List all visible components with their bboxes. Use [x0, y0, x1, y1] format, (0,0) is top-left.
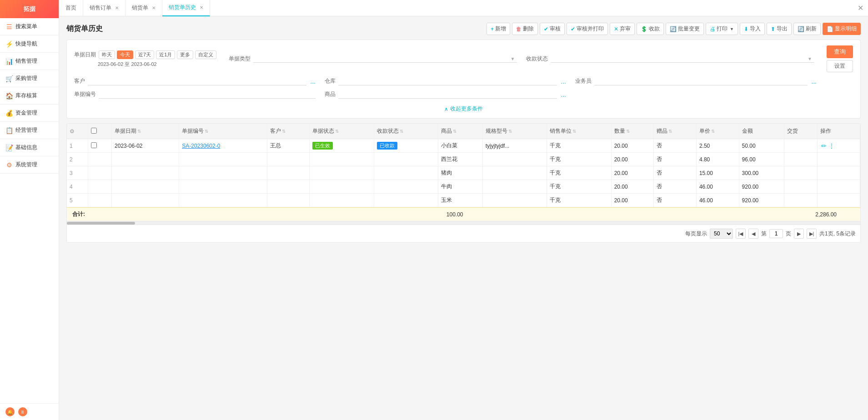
doc-type-filter: 单据类型 ▼ — [229, 55, 517, 63]
sidebar-item-basic-info[interactable]: 📝 基础信息 — [0, 139, 59, 156]
next-page-button[interactable]: ▶ — [794, 229, 804, 239]
th-doc_no[interactable]: 单据编号⇅ — [179, 124, 267, 139]
tab-close-sales-order[interactable]: ✕ — [115, 5, 119, 10]
doc-type-select[interactable]: ▼ — [253, 55, 517, 63]
customer-input[interactable] — [88, 77, 306, 85]
toolbar-audit-print-button[interactable]: ✔审核并打印 — [567, 23, 608, 35]
customer-picker[interactable]: ... — [310, 78, 316, 85]
row-checkbox-0[interactable] — [91, 142, 97, 148]
date-btn-0[interactable]: 昨天 — [99, 50, 115, 59]
date-btn-2[interactable]: 近7天 — [135, 50, 154, 59]
system-mgmt-icon: ⚙ — [5, 161, 13, 169]
toolbar-collect-button[interactable]: 💲收款 — [637, 23, 664, 35]
th-doc_date[interactable]: 单据日期⇅ — [112, 124, 179, 139]
date-btn-3[interactable]: 近1月 — [156, 50, 175, 59]
query-button[interactable]: 查询 — [827, 45, 853, 58]
th-payment_status[interactable]: 收款状态⇅ — [374, 124, 438, 139]
scrollbar-thumb[interactable] — [67, 222, 135, 225]
toolbar-delete-button[interactable]: 🗑删除 — [512, 23, 538, 35]
sidebar-item-sales-mgmt[interactable]: 📊 销售管理 — [0, 53, 59, 70]
page-unit: 页 — [786, 230, 791, 238]
warehouse-picker[interactable]: ... — [561, 78, 566, 85]
audit-label: 审核 — [550, 25, 561, 33]
audit-print-label: 审核并打印 — [577, 25, 604, 33]
goods-1: 西兰花 — [441, 156, 457, 162]
select-all-checkbox[interactable] — [91, 128, 97, 134]
th-doc_status[interactable]: 单据状态⇅ — [310, 124, 374, 139]
customer-0: 王总 — [270, 142, 281, 149]
toolbar-discard-button[interactable]: ✕弃审 — [610, 23, 635, 35]
th-spec[interactable]: 规格型号⇅ — [482, 124, 547, 139]
set-button[interactable]: 设置 — [827, 60, 853, 72]
td-price-3: 46.00 — [696, 180, 739, 194]
th-gift[interactable]: 赠品⇅ — [654, 124, 697, 139]
th-unit[interactable]: 销售单位⇅ — [547, 124, 611, 139]
th-customer[interactable]: 客户⇅ — [267, 124, 310, 139]
th-price[interactable]: 单价⇅ — [696, 124, 739, 139]
sidebar-item-search-menu[interactable]: ☰ 搜索菜单 — [0, 18, 59, 35]
toolbar-refresh-button[interactable]: 🔄刷新 — [793, 23, 821, 35]
td-doc-status-1 — [310, 153, 374, 166]
date-btn-1[interactable]: 今天 — [117, 50, 133, 59]
sidebar-item-inventory[interactable]: 🏠 库存核算 — [0, 87, 59, 105]
tab-home[interactable]: 首页 — [59, 0, 83, 16]
per-page-label: 每页显示 — [685, 230, 707, 238]
amount-0: 50.00 — [742, 143, 756, 149]
toolbar-export-button[interactable]: ⬆导出 — [767, 23, 792, 35]
notification-icon[interactable]: 🔔 — [5, 407, 15, 416]
gift-4: 否 — [657, 197, 662, 203]
delete-icon: 🗑 — [516, 26, 522, 32]
prev-page-button[interactable]: ◀ — [748, 229, 758, 239]
toolbar-add-button[interactable]: +新增 — [487, 23, 510, 35]
goods-input[interactable] — [338, 90, 557, 99]
goods-2: 猪肉 — [441, 170, 452, 176]
td-doc-date-0: 2023-06-02 — [112, 139, 179, 153]
gear-icon[interactable]: ⚙ — [70, 128, 75, 135]
per-page-select[interactable]: 50 100 200 — [710, 229, 733, 239]
warehouse-input[interactable] — [338, 77, 557, 85]
tab-close-sales-history[interactable]: ✕ — [200, 5, 203, 10]
staff-input[interactable] — [594, 77, 808, 85]
toolbar-audit-button[interactable]: ✔审核 — [540, 23, 565, 35]
toolbar-import-button[interactable]: ⬇导入 — [740, 23, 765, 35]
edit-icon-0[interactable]: ✏ — [821, 142, 827, 150]
pause-icon[interactable]: ⏸ — [18, 407, 27, 416]
th-goods[interactable]: 商品⇅ — [438, 124, 483, 139]
tab-sales-order[interactable]: 销售订单✕ — [83, 0, 125, 16]
sidebar-item-ops-mgmt[interactable]: 📋 经营管理 — [0, 122, 59, 139]
doc-no-input[interactable] — [99, 90, 316, 99]
td-price-1: 4.80 — [696, 153, 739, 166]
last-page-button[interactable]: ▶| — [807, 229, 817, 239]
td-checkbox-3 — [88, 180, 112, 194]
payment-status-select[interactable]: ▼ — [551, 55, 814, 63]
goods-picker[interactable]: ... — [561, 91, 566, 98]
staff-picker[interactable]: ... — [811, 78, 817, 85]
data-table-container: ⚙单据日期⇅单据编号⇅客户⇅单据状态⇅收款状态⇅商品⇅规格型号⇅销售单位⇅数量⇅… — [66, 123, 861, 243]
date-btn-4[interactable]: 更多 — [177, 50, 193, 59]
toolbar-show-detail-button[interactable]: 📄显示明细 — [823, 23, 861, 35]
goods-3: 牛肉 — [441, 183, 452, 190]
td-customer-2 — [267, 166, 310, 180]
first-page-button[interactable]: |◀ — [736, 229, 746, 239]
filter-collapse-button[interactable]: ∧ 收起更多条件 — [74, 103, 853, 113]
tab-sales-goods[interactable]: 销货单✕ — [125, 0, 162, 16]
sidebar-item-quick-nav[interactable]: ⚡ 快捷导航 — [0, 35, 59, 53]
close-all-button[interactable]: ✕ — [853, 0, 868, 16]
tab-sales-history[interactable]: 销货单历史✕ — [162, 0, 210, 16]
more-icon-0[interactable]: ⋮ — [828, 142, 835, 150]
export-label: 导出 — [777, 25, 788, 33]
sidebar-item-system-mgmt[interactable]: ⚙ 系统管理 — [0, 156, 59, 174]
th-qty[interactable]: 数量⇅ — [611, 124, 654, 139]
sidebar-bottom: 🔔 ⏸ — [0, 403, 59, 420]
toolbar-batch-change-button[interactable]: 🔄批量变更 — [666, 23, 704, 35]
toolbar-print-button[interactable]: 🖨打印▼ — [706, 23, 738, 35]
gift-0: 否 — [657, 142, 662, 149]
tab-close-sales-goods[interactable]: ✕ — [152, 5, 156, 10]
date-btn-5[interactable]: 自定义 — [195, 50, 216, 59]
sidebar-item-label-search-menu: 搜索菜单 — [15, 23, 37, 30]
page-input[interactable]: 1 — [769, 229, 783, 238]
doc-no-link-0[interactable]: SA-20230602-0 — [182, 143, 220, 149]
horizontal-scrollbar[interactable] — [67, 221, 860, 225]
sidebar-item-purchase-mgmt[interactable]: 🛒 采购管理 — [0, 70, 59, 87]
sidebar-item-finance-mgmt[interactable]: 💰 资金管理 — [0, 105, 59, 122]
